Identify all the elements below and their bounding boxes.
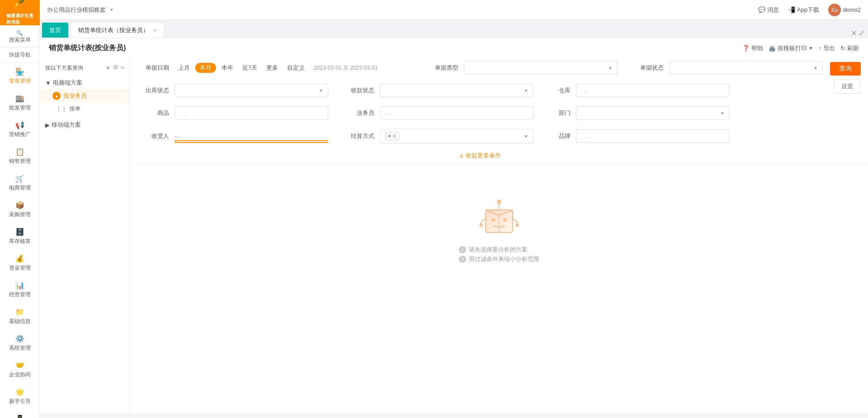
page-content: 销货单统计表(按业务员) ❓ 帮助 🖨️ 按模板打印 ▼ ↑ 导出 [40, 38, 868, 418]
doc-type-dropdown[interactable]: ▼ [464, 61, 618, 75]
page-actions: ❓ 帮助 🖨️ 按模板打印 ▼ ↑ 导出 ↻ 刷新 [742, 44, 859, 52]
settle-method-tag-close[interactable]: × [393, 133, 396, 139]
tab-home[interactable]: 首页 [42, 22, 69, 38]
step-2-num: 2 [459, 256, 466, 263]
filter-area: 单据日期 上月 本月 本年 近7天 更多 自定义 [130, 57, 830, 164]
svg-point-5 [480, 224, 482, 227]
product-dropdown[interactable]: ... [175, 106, 328, 120]
svg-point-4 [497, 200, 501, 204]
sidebar-item-basic[interactable]: 📁 基础信息 [0, 303, 39, 330]
right-actions-panel: 查询 设置 [830, 57, 868, 94]
receipt-status-dropdown[interactable]: ▼ [380, 84, 533, 97]
logo-text: 畅捷通好生意 标准版 [6, 13, 33, 25]
sidebar-item-purchase[interactable]: 📦 采购管理 [0, 196, 39, 223]
print-btn[interactable]: 🖨️ 按模板打印 ▼ [769, 44, 813, 52]
dropdown-arrow-icon: ▼ [109, 7, 114, 12]
tab-maximize-btn[interactable]: ⤢ [859, 29, 864, 38]
receiver-input[interactable] [175, 130, 328, 141]
filter-row-3: 商品 ... 业务员 ... [130, 103, 830, 120]
sidebar-item-wholesale[interactable]: 🏬 批发管理 [0, 90, 39, 116]
date-tabs: 上月 本月 本年 近7天 更多 自定义 [175, 63, 308, 73]
collapse-btn[interactable]: ∧ 收起更多条件 [130, 149, 830, 162]
sidebar-item-appcenter[interactable]: 📱 应用中心 [0, 410, 39, 418]
doc-status-dropdown[interactable]: ▼ [669, 61, 823, 75]
out-status-select[interactable]: ▼ [175, 84, 328, 97]
date-tab-last7[interactable]: 近7天 [239, 63, 261, 73]
tab-sales-stat[interactable]: 销货单统计表（按业务员） × [71, 22, 164, 38]
sales-stat-tab-label: 销货单统计表（按业务员） [78, 26, 149, 34]
doc-status-select[interactable]: ▼ [669, 61, 823, 75]
dept-select[interactable]: ▼ [576, 106, 730, 120]
doc-type-select[interactable]: ▼ [464, 61, 618, 75]
sidebar-item-marketing[interactable]: 📢 营销推广 [0, 116, 39, 143]
tab-close-btn[interactable]: × [153, 27, 156, 33]
brand-select[interactable]: ... [576, 129, 730, 143]
settle-method-select[interactable]: × × ▼ [380, 129, 533, 143]
main-layout: 按以下方案查询 + ⚙ « ▼ 电脑端方案 [40, 57, 868, 413]
salesman-dropdown[interactable]: ... [380, 106, 533, 120]
sidebar-item-finance[interactable]: 💰 资金管理 [0, 250, 39, 276]
salesman-select[interactable]: ... [380, 106, 533, 120]
sidebar-item-newguide[interactable]: 🌟 新手引导 [0, 383, 39, 410]
sidebar-item-operations[interactable]: 📊 经营管理 [0, 276, 39, 303]
basic-icon: 📁 [15, 308, 24, 316]
sidebar-item-sales[interactable]: 📋 销售管理 [0, 143, 39, 170]
date-tab-this-month[interactable]: 本月 [195, 63, 216, 73]
scheme-sub-item-order[interactable]: ⋮⋮ 按单 [40, 103, 130, 115]
out-status-arrow-icon: ▼ [319, 88, 323, 93]
pc-scheme-group-title[interactable]: ▼ 电脑端方案 [40, 76, 130, 89]
filter-query-area: 单据日期 上月 本月 本年 近7天 更多 自定义 [130, 57, 868, 164]
setting-button[interactable]: 设置 [834, 79, 861, 94]
app-download-btn[interactable]: 📲 App下载 [788, 6, 819, 14]
left-panel-actions: + ⚙ « [106, 64, 124, 72]
sidebar-item-inventory[interactable]: 🗄️ 库存核算 [0, 223, 39, 250]
out-status-dropdown[interactable]: ▼ [175, 84, 328, 97]
brand-dropdown[interactable]: ... [576, 129, 730, 143]
left-panel: 按以下方案查询 + ⚙ « ▼ 电脑端方案 [40, 57, 130, 413]
inventory-icon: 🗄️ [15, 228, 24, 236]
expand-mobile-icon: ▶ [45, 122, 50, 128]
message-icon: 💬 [758, 6, 765, 13]
refresh-btn[interactable]: ↻ 刷新 [840, 44, 859, 52]
user-profile[interactable]: Ea demo2 [828, 4, 861, 16]
active-scheme-icon: ● [52, 92, 61, 100]
message-btn[interactable]: 💬 消息 [758, 6, 779, 14]
right-panel: 单据日期 上月 本月 本年 近7天 更多 自定义 [130, 57, 868, 413]
app-selector[interactable]: 办公用品行业模拟账套 ▼ [47, 6, 114, 14]
date-tab-this-year[interactable]: 本年 [218, 63, 237, 73]
sidebar-item-system[interactable]: ⚙️ 系统管理 [0, 330, 39, 356]
warehouse-select[interactable]: ... [576, 84, 730, 97]
top-header: 办公用品行业模拟账套 ▼ 💬 消息 📲 App下载 Ea demo2 [40, 0, 868, 20]
collapse-panel-btn[interactable]: « [121, 64, 124, 72]
date-tab-custom[interactable]: 自定义 [283, 63, 308, 73]
sidebar-search[interactable]: 🔍 搜索菜单 [0, 25, 39, 47]
expand-icon: ▼ [45, 80, 51, 86]
receipt-status-select[interactable]: ▼ [380, 84, 533, 97]
query-button[interactable]: 查询 [830, 62, 861, 76]
tab-bar: 首页 销货单统计表（按业务员） × ✕ ⤢ [40, 20, 868, 38]
settle-method-dropdown[interactable]: × × ▼ [380, 129, 533, 143]
date-tab-last-month[interactable]: 上月 [175, 63, 193, 73]
header-actions: 💬 消息 📲 App下载 Ea demo2 [758, 4, 861, 16]
sidebar-quick-nav[interactable]: 快捷导航 [0, 47, 39, 63]
sidebar-item-retail[interactable]: 🏪 零售管理 [0, 63, 39, 90]
date-tab-more[interactable]: 更多 [263, 63, 282, 73]
product-select[interactable]: ... [175, 106, 328, 120]
mobile-group-title[interactable]: ▶ 移动端方案 [40, 119, 130, 131]
scheme-item-salesman[interactable]: ● 按业务员 [40, 89, 130, 103]
receipt-status-arrow-icon: ▼ [524, 88, 528, 93]
enterprise-icon: 🤝 [15, 361, 24, 370]
settings-scheme-btn[interactable]: ⚙ [113, 64, 118, 72]
marketing-icon: 📢 [15, 121, 24, 129]
home-tab-label: 首页 [49, 26, 61, 34]
export-btn[interactable]: ↑ 导出 [819, 44, 835, 52]
app-name-text: 办公用品行业模拟账套 [47, 6, 106, 14]
add-scheme-btn[interactable]: + [106, 64, 110, 72]
sidebar-item-ecommerce[interactable]: 🛒 电商管理 [0, 170, 39, 196]
tab-close-window-btn[interactable]: ✕ [851, 29, 857, 38]
operations-icon: 📊 [15, 281, 24, 290]
help-btn[interactable]: ❓ 帮助 [742, 44, 763, 52]
warehouse-dropdown[interactable]: ... [576, 84, 730, 97]
dept-dropdown[interactable]: ▼ [576, 106, 730, 120]
sidebar-item-enterprise[interactable]: 🤝 企业协同 [0, 356, 39, 383]
